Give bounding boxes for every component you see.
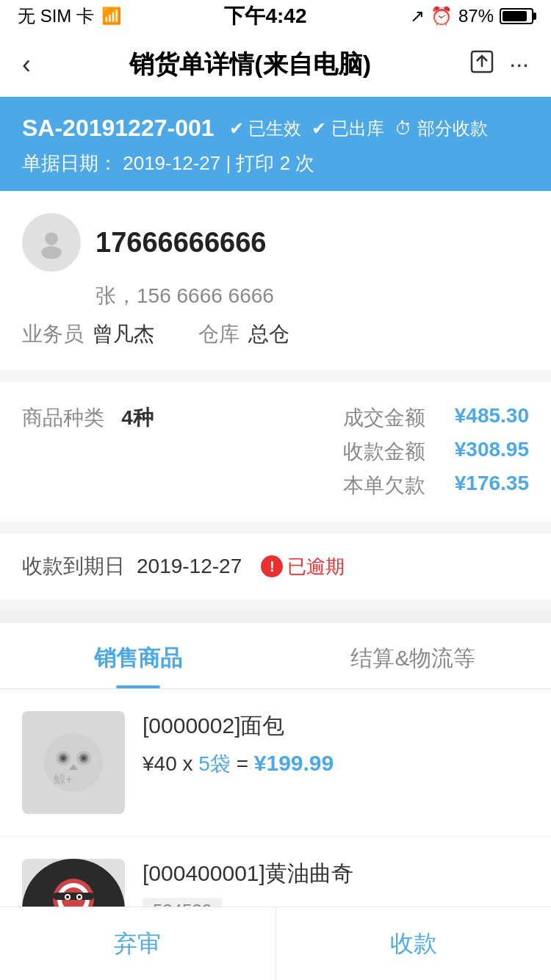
sales-name: 曾凡杰: [93, 320, 154, 348]
amount-line: 成交金额 ¥485.30: [343, 404, 529, 432]
status-effective: ✔ 已生效: [229, 117, 302, 140]
product-thumbnail-1: 鲸+: [22, 711, 125, 814]
status-partial-payment: ⏱ 部分收款: [395, 117, 488, 140]
status-right: ↗ ⏰ 87%: [410, 6, 533, 26]
order-status-badges: ✔ 已生效 ✔ 已出库 ⏱ 部分收款: [229, 117, 488, 140]
product-types: 商品种类 4种: [22, 404, 154, 432]
product-qty-1: 5袋: [198, 752, 231, 775]
svg-point-3: [45, 232, 58, 245]
owed-line: 本单欠款 ¥176.35: [343, 472, 529, 500]
warehouse-label: 仓库: [198, 320, 240, 348]
nav-actions: ···: [469, 49, 529, 80]
battery-icon: [500, 8, 533, 24]
tab-sales-products[interactable]: 销售商品: [0, 623, 276, 688]
print-text: | 打印 2 次: [226, 152, 314, 174]
product-name-2: [000400001]黄油曲奇: [143, 859, 529, 889]
due-date: 2019-12-27: [137, 555, 242, 578]
stats-card: 商品种类 4种 成交金额 ¥485.30 收款金额 ¥308.95 本单欠款 ¥…: [0, 382, 551, 522]
svg-point-23: [78, 896, 81, 898]
customer-sub: 张，156 6666 6666: [96, 282, 529, 310]
amount-value: ¥485.30: [455, 404, 529, 432]
page-title: 销货单详情(来自电脑): [129, 48, 371, 82]
product-unit-price-1: ¥40: [143, 752, 177, 775]
wifi-icon: 📶: [101, 7, 121, 26]
header-banner: SA-20191227-001 ✔ 已生效 ✔ 已出库 ⏱ 部分收款 单据日期：…: [0, 97, 551, 191]
product-price-1: ¥40 x 5袋 = ¥199.99: [143, 750, 529, 778]
more-button[interactable]: ···: [509, 51, 529, 78]
svg-point-11: [82, 756, 86, 760]
carrier-text: 无 SIM 卡: [18, 4, 94, 28]
product-eq-1: =: [237, 752, 254, 775]
customer-card: 17666666666 张，156 6666 6666 业务员 曾凡杰 仓库 总…: [0, 191, 551, 370]
due-label: 收款到期日: [22, 552, 125, 580]
amount-stats: 成交金额 ¥485.30 收款金额 ¥308.95 本单欠款 ¥176.35: [343, 404, 529, 500]
status-bar: 无 SIM 卡 📶 下午4:42 ↗ ⏰ 87%: [0, 0, 551, 32]
export-button[interactable]: [469, 49, 494, 80]
svg-point-10: [61, 756, 65, 760]
status-time: 下午4:42: [224, 2, 306, 30]
product-types-label: 商品种类: [22, 406, 104, 429]
svg-point-5: [44, 733, 103, 792]
svg-point-4: [41, 246, 62, 259]
order-date: 2019-12-27: [123, 152, 220, 174]
back-button[interactable]: ‹: [22, 49, 31, 80]
alarm-icon: ⏰: [431, 6, 453, 26]
date-label: 单据日期：: [22, 152, 118, 174]
received-line: 收款金额 ¥308.95: [343, 438, 529, 466]
avatar: [22, 213, 81, 272]
list-item: 鲸+ [0000002]面包 ¥40 x 5袋 = ¥199.99: [0, 689, 551, 837]
warehouse-name: 总仓: [248, 320, 289, 348]
order-meta: 单据日期： 2019-12-27 | 打印 2 次: [22, 151, 529, 176]
status-shipped: ✔ 已出库: [311, 117, 384, 140]
tabs: 销售商品 结算&物流等: [0, 623, 551, 689]
sales-label: 业务员: [22, 320, 84, 348]
svg-rect-18: [53, 893, 94, 900]
received-label: 收款金额: [343, 438, 425, 466]
tab-settlement[interactable]: 结算&物流等: [276, 623, 551, 688]
amount-label: 成交金额: [343, 404, 425, 432]
owed-value: ¥176.35: [455, 472, 529, 500]
overdue-badge: ! 已逾期: [261, 554, 345, 580]
owed-label: 本单欠款: [343, 472, 425, 500]
customer-info-row: 业务员 曾凡杰 仓库 总仓: [22, 320, 529, 348]
received-value: ¥308.95: [455, 438, 529, 466]
svg-text:鲸+: 鲸+: [54, 773, 72, 785]
overdue-icon: !: [261, 555, 283, 577]
customer-phone: 17666666666: [96, 227, 266, 259]
battery-percent: 87%: [458, 6, 494, 26]
collect-payment-button[interactable]: 收款: [276, 907, 552, 980]
location-icon: ↗: [410, 6, 425, 26]
nav-bar: ‹ 销货单详情(来自电脑) ···: [0, 32, 551, 97]
due-card: 收款到期日 2019-12-27 ! 已逾期: [0, 533, 551, 599]
thumb-placeholder-1: 鲸+: [22, 711, 125, 814]
product-total-1: ¥199.99: [254, 751, 334, 775]
product-types-value: 4种: [121, 406, 154, 429]
order-id: SA-20191227-001: [22, 115, 215, 142]
warehouse-info: 仓库 总仓: [198, 320, 289, 348]
svg-point-22: [66, 896, 69, 898]
cancel-review-button[interactable]: 弃审: [0, 907, 276, 980]
product-name-1: [0000002]面包: [143, 711, 529, 741]
product-x-1: x: [183, 752, 199, 775]
status-left: 无 SIM 卡 📶: [18, 4, 121, 28]
product-info-1: [0000002]面包 ¥40 x 5袋 = ¥199.99: [143, 711, 529, 778]
overdue-text: 已逾期: [287, 554, 345, 580]
bottom-bar: 弃审 收款: [0, 907, 551, 980]
section-divider: [0, 611, 551, 623]
sales-info: 业务员 曾凡杰: [22, 320, 154, 348]
